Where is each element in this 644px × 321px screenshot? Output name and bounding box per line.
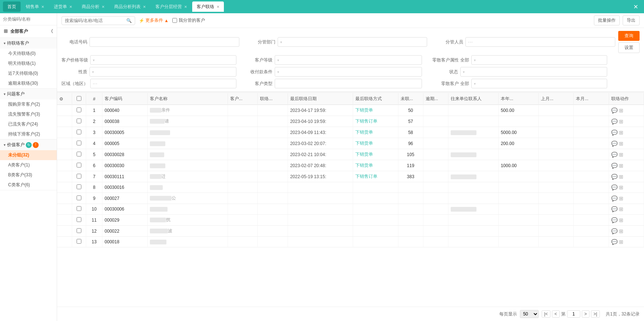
more-action-icon[interactable]: ⊞	[619, 119, 623, 124]
cell-check[interactable]	[72, 127, 86, 138]
row-checkbox[interactable]	[77, 195, 81, 200]
contact-way-link[interactable]: 下销货单	[355, 152, 373, 157]
more-action-icon[interactable]: ⊞	[619, 130, 623, 135]
first-page-btn[interactable]: |<	[542, 310, 550, 318]
prev-page-btn[interactable]: <	[552, 310, 560, 318]
cell-check[interactable]	[72, 105, 86, 116]
adv-input-price-tier[interactable]	[90, 55, 236, 65]
contact-action-icon[interactable]: 💬	[611, 206, 617, 212]
more-action-icon[interactable]: ⊞	[619, 184, 623, 190]
row-checkbox[interactable]	[77, 228, 81, 233]
more-action-icon[interactable]: ⊞	[619, 152, 623, 158]
row-checkbox[interactable]	[77, 239, 81, 244]
sidebar-item-7days-pending[interactable]: 近7天待联络(0)	[0, 68, 57, 78]
sidebar-group-pending-header[interactable]: 待联络客户	[0, 38, 57, 49]
col-header-code[interactable]: 客户编码	[102, 93, 148, 105]
collapse-icon[interactable]: 《	[49, 28, 53, 35]
my-customers-checkbox[interactable]	[172, 18, 177, 23]
adv-input-dept[interactable]	[278, 37, 427, 47]
contact-action-icon[interactable]: 💬	[611, 141, 617, 147]
cell-check[interactable]	[72, 160, 86, 171]
sidebar-item-churned[interactable]: 已流失客户(24)	[0, 119, 57, 129]
cell-check[interactable]	[72, 226, 86, 237]
cell-check[interactable]	[72, 193, 86, 204]
row-checkbox[interactable]	[77, 174, 81, 179]
contact-way-link[interactable]: 下销货单	[355, 141, 373, 146]
adv-input-status[interactable]	[460, 67, 607, 77]
row-checkbox[interactable]	[77, 152, 81, 156]
sidebar-item-churn-warning[interactable]: 流失预警客户(3)	[0, 109, 57, 119]
contact-action-icon[interactable]: 💬	[611, 174, 617, 180]
row-checkbox[interactable]	[77, 141, 81, 145]
goods-analysis-list-tab-close[interactable]: ✕	[143, 5, 146, 9]
row-checkbox[interactable]	[77, 206, 81, 211]
contact-way-link[interactable]: 下销货单	[355, 163, 373, 168]
adv-input-nature[interactable]	[89, 67, 236, 77]
sidebar-item-today-pending[interactable]: 今天待联络(0)	[0, 49, 57, 59]
sidebar-search-input[interactable]	[3, 17, 57, 22]
col-header-name[interactable]: 客户名称	[147, 93, 228, 105]
adv-input-phone[interactable]	[89, 37, 239, 47]
last-page-btn[interactable]: >|	[591, 310, 600, 318]
customer-tier-tab-close[interactable]: ✕	[184, 5, 187, 9]
cell-check[interactable]	[72, 116, 86, 127]
next-page-btn[interactable]: >	[582, 310, 590, 318]
query-button[interactable]: 查询	[618, 31, 640, 41]
more-action-icon[interactable]: ⊞	[619, 206, 623, 212]
contact-action-icon[interactable]: 💬	[611, 228, 617, 234]
row-checkbox[interactable]	[77, 184, 81, 189]
contact-action-icon[interactable]: 💬	[611, 163, 617, 169]
row-checkbox[interactable]	[77, 163, 81, 167]
contact-action-icon[interactable]: 💬	[611, 217, 617, 223]
adv-input-cust-type[interactable]	[275, 79, 422, 88]
cell-check[interactable]	[72, 171, 86, 182]
contact-action-icon[interactable]: 💬	[611, 152, 617, 158]
export-button[interactable]: 导出	[623, 15, 640, 25]
contact-way-link[interactable]: 下销售订单	[355, 119, 377, 124]
tab-goods-analysis-list[interactable]: 商品分析列表 ✕	[110, 1, 150, 12]
row-checkbox[interactable]	[77, 119, 81, 123]
sidebar-group-problem-header[interactable]: 问题客户	[0, 89, 57, 99]
sidebar-item-b-class[interactable]: B类客户(33)	[0, 170, 57, 180]
adv-input-scatter-attr[interactable]	[471, 55, 607, 65]
contact-way-link[interactable]: 下销货单	[355, 130, 373, 135]
tab-customer-tier[interactable]: 客户分层经营 ✕	[151, 1, 191, 12]
more-action-icon[interactable]: ⊞	[619, 195, 623, 201]
cell-check[interactable]	[72, 237, 86, 247]
row-checkbox[interactable]	[77, 107, 81, 112]
window-close-btn[interactable]: ✕	[630, 3, 641, 10]
more-action-icon[interactable]: ⊞	[619, 239, 623, 245]
per-page-select[interactable]: 50 100 200	[520, 310, 539, 318]
filter-search-input[interactable]	[65, 18, 125, 23]
contact-action-icon[interactable]: 💬	[611, 130, 617, 135]
page-input[interactable]	[567, 310, 580, 318]
row-checkbox[interactable]	[77, 130, 81, 134]
col-header-settings[interactable]: ⚙	[57, 93, 72, 105]
tab-sales[interactable]: 销售单 ✕	[21, 1, 49, 12]
sidebar-all-customers[interactable]: ⊞ 全部客户 《	[0, 25, 57, 38]
adv-input-cust-tier[interactable]	[275, 55, 422, 65]
contact-action-icon[interactable]: 💬	[611, 184, 617, 190]
cell-check[interactable]	[72, 182, 86, 193]
goods-analysis-tab-close[interactable]: ✕	[102, 5, 105, 9]
row-checkbox[interactable]	[77, 217, 81, 222]
col-header-date[interactable]: 最后联络日期	[288, 93, 353, 105]
cell-check[interactable]	[72, 138, 86, 149]
sidebar-item-overdue-pending[interactable]: 逾期未联络(30)	[0, 78, 57, 88]
more-action-icon[interactable]: ⊞	[619, 107, 623, 113]
tab-goods-analysis[interactable]: 商品分析 ✕	[77, 1, 109, 12]
more-action-icon[interactable]: ⊞	[619, 174, 623, 180]
tab-customer-contact[interactable]: 客户联络 ✕	[192, 1, 224, 12]
contact-action-icon[interactable]: 💬	[611, 107, 617, 113]
sidebar-item-a-class[interactable]: A类客户(1)	[0, 160, 57, 170]
sidebar-item-declining[interactable]: 持续下滑客户(2)	[0, 129, 57, 139]
more-action-icon[interactable]: ⊞	[619, 217, 623, 223]
contact-action-icon[interactable]: 💬	[611, 239, 617, 245]
contact-action-icon[interactable]: 💬	[611, 195, 617, 201]
filter-more-conditions[interactable]: ⚡ 更多条件 ▲	[139, 17, 169, 24]
reset-button[interactable]: 设置	[618, 42, 640, 53]
adv-input-region[interactable]: ···	[90, 79, 236, 88]
adv-input-payment[interactable]	[275, 67, 422, 77]
col-header-way[interactable]: 最后联络方式	[353, 93, 398, 105]
more-action-icon[interactable]: ⊞	[619, 141, 623, 147]
